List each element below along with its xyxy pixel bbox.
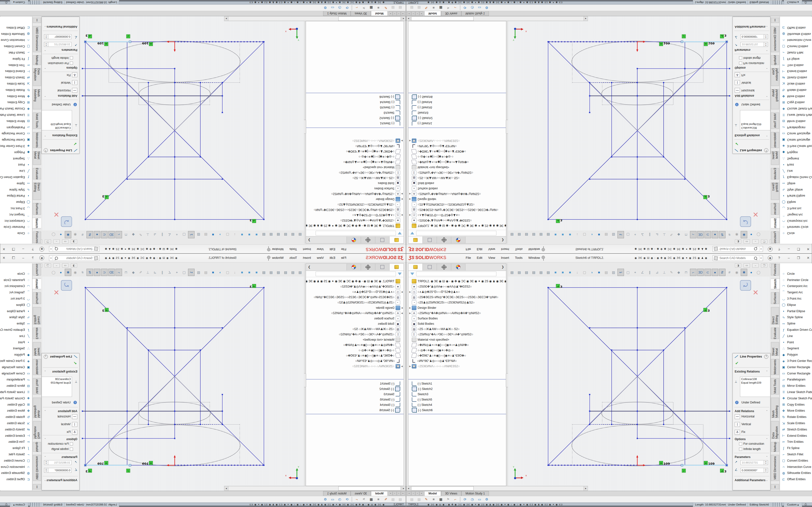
- cm-tab-meshmodeling[interactable]: Mesh Modeling: [33, 398, 41, 418]
- toolbar-icon-31[interactable]: ◉: [72, 231, 79, 238]
- relation-button-vertical[interactable]: |: [72, 422, 77, 427]
- doc-window-button-2[interactable]: –: [53, 239, 60, 243]
- existing-relations-header[interactable]: Existing Relations: [52, 370, 77, 373]
- checkbox-infinite-length[interactable]: [70, 448, 73, 451]
- toolbar-icon-7[interactable]: ■: [559, 231, 566, 238]
- mm-icon-8[interactable]: ⟳: [344, 497, 350, 502]
- horizontal-scrollbar[interactable]: ◄ ►: [224, 16, 406, 21]
- tree-tab-part[interactable]: [389, 236, 404, 243]
- tool-corner-rectangle[interactable]: ▭Corner Rectangle: [0, 370, 32, 377]
- toolbar-icon-6[interactable]: ■: [552, 269, 559, 276]
- tool-scale-entities[interactable]: ⇲Scale Entities: [780, 420, 812, 427]
- restore-button[interactable]: ❐: [10, 246, 17, 252]
- cm-tab-[interactable]: ⋮: [33, 18, 41, 23]
- horizontal-scrollbar[interactable]: ◄ ►: [224, 486, 406, 491]
- spinner[interactable]: ▲ ▼: [44, 468, 48, 473]
- cm-tab-features[interactable]: Features: [33, 264, 41, 276]
- toolbar-icon-29[interactable]: ⇵: [87, 231, 93, 238]
- toolbar-icon-20[interactable]: ⊿: [152, 231, 158, 238]
- tool-circular-sketch-pattern[interactable]: ❖Circular Sketch Pattern: [780, 106, 812, 112]
- toolbar-icon-22[interactable]: ✎: [668, 231, 675, 238]
- toolbar-icon-14[interactable]: ▨: [610, 231, 617, 238]
- tool-offset-entities[interactable]: ⊏Offset Entities: [0, 24, 32, 31]
- cm-tab-weldments[interactable]: Weldments: [33, 359, 41, 375]
- tool-polygon[interactable]: ◆Polygon: [0, 351, 32, 358]
- tree-node[interactable]: ▨○2S·∩Ж♟AW○◦○WA♟Ж∩·S2○: [408, 175, 506, 181]
- doc-window-button-1[interactable]: ▭: [62, 239, 68, 243]
- tree-node[interactable]: ○ИN°9Є°♟◎○◦○◎♟°Є9°NИ○: [408, 358, 506, 363]
- tool-silhouette-entities[interactable]: ◍Silhouette Entities: [780, 31, 812, 37]
- tree-node[interactable]: ★○2SƧЄ✤°♟◎ΛA◈○◦○◈AΛ◎♟°✤ЄƧS2○: [408, 218, 506, 223]
- doc-window-button-2[interactable]: –: [53, 264, 60, 268]
- tool-equation-driven-curve[interactable]: ƒEquation Driven Curve: [780, 327, 812, 333]
- menu-insert[interactable]: Insert: [303, 256, 311, 260]
- toolbar-icon-32[interactable]: ✱: [65, 231, 71, 238]
- tool-center-rectangle[interactable]: ▣Center Rectangle: [780, 364, 812, 370]
- tool-3-point-center-recta-[interactable]: ◈3 Point Center Recta...: [780, 358, 812, 364]
- toolbar-icon-5[interactable]: ▤: [545, 231, 552, 238]
- menu-view[interactable]: View: [317, 256, 324, 260]
- doc-tab-3d-views[interactable]: 3D Views: [441, 11, 461, 16]
- mm-icon-4[interactable]: ▦: [438, 497, 444, 502]
- tree-node[interactable]: ▥○2S✤ЗЄ2S○ИN◎°✤ƆCЗЄ∩ЗЄ2S○◦○2SЗЄ∩ЗЄCƆ✤°◎N…: [306, 294, 404, 300]
- tool-sketch-fillet[interactable]: ⌐Sketch Fillet: [780, 50, 812, 56]
- tool-point[interactable]: ▪Point: [0, 339, 32, 345]
- mm-icon-8[interactable]: ⟳: [462, 5, 468, 10]
- tree-tab-cfgtree[interactable]: [423, 237, 437, 243]
- mm-icon-6[interactable]: ⌐: [453, 497, 458, 502]
- doc-window-button-1[interactable]: ▭: [744, 239, 750, 243]
- toolbar-icon-10[interactable]: ▢: [224, 231, 231, 238]
- tree-node[interactable]: TЯPDL2. ◉ ЗЄ ◉ Ш ◉ ◦ ◉ ✤ ◉ ƆC ◉ ЗЄ ◉ ✦ ◉…: [306, 279, 404, 284]
- tree-node[interactable]: ▥○2S✤ЗЄ2S○ИN◎°✤ƆCЗЄ∩ЗЄ2S○◦○2SЗЄ∩ЗЄCƆ✤°◎N…: [306, 207, 404, 213]
- cm-tab-sheetmetal[interactable]: Sheet Metal: [771, 151, 779, 165]
- toolbar-icon-0[interactable]: ▤: [297, 269, 303, 276]
- minimize-button[interactable]: –: [785, 255, 792, 261]
- toolbar-icon-29[interactable]: ⇵: [87, 269, 93, 276]
- toolbar-icon-0[interactable]: ▤: [509, 269, 515, 276]
- tree-splitter-top[interactable]: [306, 379, 404, 380]
- mm-icon-7[interactable]: [352, 497, 352, 502]
- cm-tab-markup[interactable]: Markup: [33, 442, 41, 452]
- toolbar-icon-29[interactable]: ⇵: [719, 269, 725, 276]
- doc-window-button-1[interactable]: ▭: [62, 264, 68, 268]
- toolbar-icon-12[interactable]: ■: [596, 269, 602, 276]
- relation-button-vertical[interactable]: |: [735, 80, 740, 85]
- tool-move-entities[interactable]: ✥Move Entities: [780, 408, 812, 414]
- toolbar-icon-20[interactable]: ⊿: [654, 231, 660, 238]
- tool-partial-ellipse[interactable]: ◖Partial Ellipse: [0, 193, 32, 199]
- tree-splitter-bottom[interactable]: [408, 93, 506, 93]
- cm-tab-sheetmetal[interactable]: Sheet Metal: [771, 342, 779, 356]
- menu-file[interactable]: File: [466, 247, 471, 251]
- help-icon[interactable]: ?: [44, 149, 48, 153]
- toolbar-icon-21[interactable]: ⊥: [145, 231, 151, 238]
- relation-item[interactable]: Equal length109: [741, 381, 769, 385]
- tree-node[interactable]: ▶Design Binder: [408, 305, 506, 311]
- sketch-tree-node[interactable]: (-) Sketch1: [408, 121, 506, 126]
- relation-button-fix[interactable]: ⚓: [735, 72, 740, 77]
- toolbar-icon-16[interactable]: ▢: [625, 269, 631, 276]
- tree-node[interactable]: Σ○2SИN◎°✤A∩ʷЗЄ○◦○ЗЄʷ∩A✤°◎NИS2○: [408, 170, 506, 175]
- mm-icon-2[interactable]: ✎: [424, 497, 429, 502]
- tool-circle[interactable]: ○Circle: [0, 271, 32, 277]
- tool-3-point-center-recta-[interactable]: ◈3 Point Center Recta...: [0, 358, 32, 364]
- search-dropdown-caret[interactable]: ▾: [759, 247, 763, 251]
- tab-nav-0[interactable]: «: [401, 11, 405, 16]
- toolbar-icon-34[interactable]: ◯: [755, 269, 762, 276]
- cm-tab-sketch[interactable]: Sketch: [32, 218, 41, 228]
- cm-tab-sheetmetal[interactable]: Sheet Metal: [33, 342, 41, 356]
- tree-node[interactable]: ▨○2S·∩Ж♟AW○◦○WA♟Ж∩·S2○: [408, 326, 506, 332]
- options-header[interactable]: Options: [66, 438, 77, 441]
- cm-tab-surfaces[interactable]: Surfaces: [33, 292, 41, 304]
- tool-style-spline[interactable]: ∿Style Spline: [0, 314, 32, 321]
- mm-icon-9[interactable]: ◷: [469, 5, 475, 10]
- sketch-tree-node[interactable]: Sketch3: [306, 110, 404, 115]
- tab-nav-0[interactable]: «: [401, 491, 405, 496]
- menu-window[interactable]: Window: [272, 247, 284, 251]
- toolbar-icon-8[interactable]: ■: [239, 269, 245, 276]
- expand-arrow[interactable]: ▶: [408, 193, 412, 195]
- tree-node[interactable]: ▶◷○∧♟◎✤2S°Ʊ○◦○Ʊ°S2✤◎♟∧○: [306, 213, 404, 218]
- pin-icon[interactable]: [267, 256, 270, 259]
- status-units[interactable]: Custom ▴: [10, 0, 28, 4]
- toolbar-icon-33[interactable]: ●: [57, 269, 64, 276]
- sketch-tree-node[interactable]: (-) Sketch1: [306, 381, 404, 386]
